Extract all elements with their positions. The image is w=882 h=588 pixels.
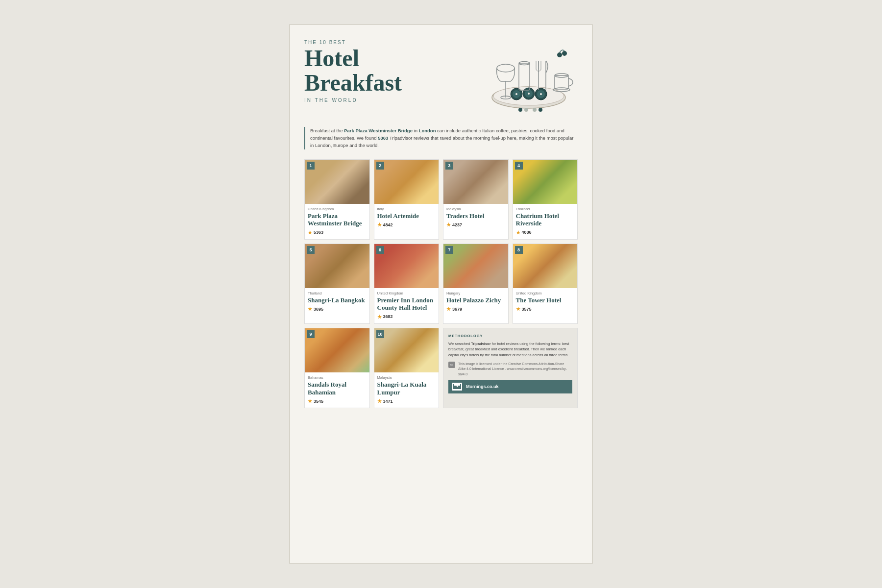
star-icon: ★ bbox=[446, 306, 451, 312]
card-country: Bahamas bbox=[308, 375, 367, 380]
header-section: THE 10 BEST Hotel Breakfast IN THE WORLD bbox=[304, 40, 578, 118]
rating-number: 4842 bbox=[383, 222, 393, 227]
hotel-card: 3MalaysiaTraders Hotel★4237 bbox=[443, 159, 509, 240]
the-10-best-label: THE 10 BEST bbox=[304, 40, 480, 45]
main-title: Hotel Breakfast bbox=[304, 46, 480, 96]
card-food-image: 2 bbox=[374, 160, 439, 204]
intro-text: Breakfast at the Park Plaza Westminster … bbox=[304, 127, 578, 149]
svg-point-20 bbox=[553, 88, 570, 92]
card-rating: ★3545 bbox=[308, 398, 367, 404]
svg-point-27 bbox=[524, 108, 528, 112]
card-hotel-name: Hotel Artemide bbox=[377, 212, 436, 220]
card-country: Thailand bbox=[308, 291, 367, 295]
card-country: Thailand bbox=[516, 207, 575, 211]
card-food-image: 8 bbox=[513, 244, 578, 288]
mornings-icon bbox=[452, 383, 462, 391]
card-rank-badge: 3 bbox=[445, 162, 453, 170]
card-food-image: 3 bbox=[443, 160, 508, 204]
hotel-card: 8United KingdomThe Tower Hotel★3575 bbox=[513, 244, 578, 324]
card-hotel-name: Shangri-La Kuala Lumpur bbox=[377, 381, 436, 396]
rating-number: 3682 bbox=[383, 314, 393, 319]
card-country: United Kingdom bbox=[516, 291, 575, 295]
star-icon: ★ bbox=[516, 306, 520, 312]
rating-number: 4237 bbox=[452, 222, 462, 227]
card-rating: ★4086 bbox=[516, 230, 575, 235]
card-rating: ★3682 bbox=[377, 314, 436, 319]
card-hotel-name: Sandals Royal Bahamian bbox=[308, 381, 367, 396]
rating-number: 3471 bbox=[383, 399, 393, 404]
star-icon: ★ bbox=[377, 314, 382, 319]
mornings-row: Mornings.co.uk bbox=[448, 380, 572, 393]
card-body: United KingdomPark Plaza Westminster Bri… bbox=[305, 204, 369, 239]
title-line1: Hotel bbox=[304, 45, 359, 71]
card-hotel-name: Traders Hotel bbox=[446, 212, 505, 220]
card-rating: ★4842 bbox=[377, 222, 436, 227]
card-hotel-name: Park Plaza Westminster Bridge bbox=[308, 212, 367, 227]
card-body: MalaysiaTraders Hotel★4237 bbox=[443, 204, 508, 232]
intro-count: 5363 bbox=[378, 135, 388, 141]
card-food-image: 9 bbox=[305, 328, 369, 372]
card-country: United Kingdom bbox=[308, 207, 367, 211]
svg-point-29 bbox=[539, 108, 542, 112]
card-rank-badge: 10 bbox=[376, 330, 384, 338]
hotel-card: 4ThailandChatrium Hotel Riverside★4086 bbox=[513, 159, 578, 240]
top-8-grid: 1United KingdomPark Plaza Westminster Br… bbox=[304, 159, 578, 324]
card-food-image: 4 bbox=[513, 160, 578, 204]
hotel-card: 9BahamasSandals Royal Bahamian★3545 bbox=[304, 328, 370, 408]
card-food-image: 5 bbox=[305, 244, 369, 288]
star-icon: ★ bbox=[308, 306, 312, 312]
svg-point-21 bbox=[557, 52, 562, 57]
star-icon: ★ bbox=[377, 398, 382, 404]
card-rank-badge: 1 bbox=[307, 162, 315, 170]
card-rank-badge: 5 bbox=[307, 246, 315, 254]
svg-point-24 bbox=[528, 93, 530, 95]
card-country: Malaysia bbox=[377, 375, 436, 380]
cc-icon: cc bbox=[448, 362, 455, 368]
card-hotel-name: Shangri-La Bangkok bbox=[308, 296, 367, 304]
title-line2: Breakfast bbox=[304, 70, 402, 96]
card-food-image: 7 bbox=[443, 244, 508, 288]
card-body: MalaysiaShangri-La Kuala Lumpur★3471 bbox=[374, 372, 439, 408]
card-rank-badge: 6 bbox=[376, 246, 384, 254]
card-rank-badge: 7 bbox=[445, 246, 453, 254]
svg-rect-11 bbox=[519, 63, 530, 90]
card-body: ThailandChatrium Hotel Riverside★4086 bbox=[513, 204, 578, 239]
svg-point-26 bbox=[518, 108, 522, 112]
card-rank-badge: 2 bbox=[376, 162, 384, 170]
card-rating: ★5363 bbox=[308, 230, 367, 235]
card-body: United KingdomPremier Inn London County … bbox=[374, 288, 439, 323]
card-body: ThailandShangri-La Bangkok★3695 bbox=[305, 288, 369, 316]
header-text: THE 10 BEST Hotel Breakfast IN THE WORLD bbox=[304, 40, 480, 103]
star-icon: ★ bbox=[308, 230, 312, 235]
svg-point-23 bbox=[515, 93, 517, 95]
star-icon: ★ bbox=[446, 222, 451, 227]
star-icon: ★ bbox=[377, 222, 382, 227]
intro-before-bold1: Breakfast at the bbox=[310, 128, 344, 133]
card-hotel-name: The Tower Hotel bbox=[516, 296, 575, 304]
mornings-label: Mornings.co.uk bbox=[466, 384, 499, 391]
hotel-card: 7HungaryHotel Palazzo Zichy★3679 bbox=[443, 244, 509, 324]
card-rating: ★3471 bbox=[377, 398, 436, 404]
card-body: BahamasSandals Royal Bahamian★3545 bbox=[305, 372, 369, 408]
cc-text: This image is licensed under the Creativ… bbox=[458, 362, 572, 377]
rating-number: 5363 bbox=[314, 230, 323, 235]
rating-number: 3545 bbox=[314, 399, 323, 404]
hotel-card: 2ItalyHotel Artemide★4842 bbox=[374, 159, 440, 240]
card-body: HungaryHotel Palazzo Zichy★3679 bbox=[443, 288, 508, 316]
card-country: Hungary bbox=[446, 291, 505, 295]
card-body: ItalyHotel Artemide★4842 bbox=[374, 204, 439, 232]
card-food-image: 1 bbox=[305, 160, 369, 204]
svg-point-28 bbox=[533, 108, 537, 112]
intro-hotel-name: Park Plaza Westminster Bridge bbox=[344, 128, 413, 133]
intro-city: London bbox=[419, 128, 436, 133]
card-food-image: 10 bbox=[374, 328, 439, 372]
card-hotel-name: Hotel Palazzo Zichy bbox=[446, 296, 505, 304]
card-country: United Kingdom bbox=[377, 291, 436, 295]
svg-point-8 bbox=[497, 64, 514, 72]
svg-rect-34 bbox=[460, 384, 461, 389]
rating-number: 4086 bbox=[522, 230, 532, 235]
card-country: Italy bbox=[377, 207, 436, 211]
methodology-text: We searched Tripadvisor for hotel review… bbox=[448, 341, 572, 358]
hotel-card: 6United KingdomPremier Inn London County… bbox=[374, 244, 440, 324]
methodology-box: METHODOLOGYWe searched Tripadvisor for h… bbox=[443, 328, 578, 408]
